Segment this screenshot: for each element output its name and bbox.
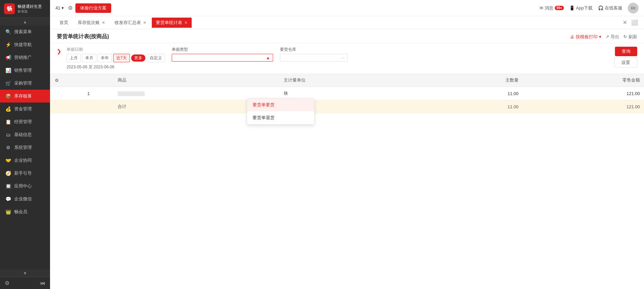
sidebar-item-member[interactable]: 👑 畅会员 [0,205,50,218]
sidebar-item-marketing[interactable]: 📢 营销推广 [0,51,50,64]
type-filter-input[interactable] [175,55,266,60]
trial-button[interactable]: 体验行业方案 [75,3,111,13]
sidebar-item-enterprise[interactable]: 🤝 企业协同 [0,154,50,167]
type-filter-input-wrap: ▲ [172,54,273,62]
sidebar-item-operation[interactable]: 📋 经营管理 [0,115,50,128]
dropdown-item-order-return[interactable]: 要货单退货 [247,111,314,124]
warehouse-filter-input[interactable] [283,55,341,60]
type-filter-group: 单据类型 ▲ [172,47,273,70]
product-placeholder-0 [118,91,145,96]
sidebar-item-inventory[interactable]: 📦 库存核算 [0,90,50,103]
print-button[interactable]: 🖨 按模板打印 ▾ [570,34,601,40]
sidebar-item-system[interactable]: ⚙ 系统管理 [0,141,50,154]
filter-settings-button[interactable]: 设置 [614,58,637,68]
tab-close-batch[interactable]: ✕ [102,20,105,25]
footer-amount: 121.00 [523,100,644,113]
sidebar-collapse-icon[interactable]: ⏮ [40,280,45,286]
data-table: ⚙ 商品 主计量单位 主数量 零售金额 1 块 11.00 121.00 [50,74,644,113]
td-qty-0: 11.00 [422,87,523,100]
type-filter-label: 单据类型 [172,47,273,52]
company-selector[interactable]: 41 ▾ [55,5,64,10]
logo-sub: 标准版 [18,9,42,14]
date-filter-label: 单据日期 [67,47,165,52]
sidebar-label-marketing: 营销推广 [14,54,32,61]
sidebar-icon-appstore: 🔲 [5,183,11,189]
export-label: 导出 [611,34,619,40]
date-last-month-btn[interactable]: 上月 [67,54,81,62]
export-button[interactable]: ↗ 导出 [605,34,619,40]
refresh-icon: ↻ [623,34,627,39]
dropdown-item-order-goods[interactable]: 要货单要货 [247,98,314,111]
date-custom-btn[interactable]: 自定义 [147,54,165,62]
sidebar-item-search[interactable]: 🔍 搜索菜单 [0,25,50,38]
tab-batch[interactable]: 库存批次账✕ [74,18,109,28]
sidebar-label-basic: 基础信息 [14,132,32,138]
sidebar-nav: 🔍 搜索菜单 ⚡ 快捷导航 📢 营销推广 📊 销售管理 🛒 采购管理 📦 库存核… [0,25,50,269]
settings-icon[interactable]: ⚙ [5,280,9,286]
sidebar-item-quicknav[interactable]: ⚡ 快捷导航 [0,38,50,51]
print-dropdown-icon: ▾ [599,34,601,39]
tab-close-all-icon[interactable]: ✕ [622,19,628,26]
tab-close-order-stats[interactable]: ✕ [184,20,188,25]
footer-qty: 11.00 [422,100,523,113]
sidebar-logo: 畅 畅捷通好生意 标准版 [0,0,50,18]
avatar[interactable]: Rit [628,3,639,14]
messages-button[interactable]: ✉ 消息 99+ [540,5,564,11]
sidebar-item-wechat[interactable]: 💬 企业微信 [0,193,50,205]
refresh-button[interactable]: ↻ 刷新 [623,34,637,40]
sidebar-item-basic[interactable]: 🗂 基础信息 [0,128,50,141]
table-row: 1 块 11.00 121.00 [50,87,644,100]
sidebar-label-quicknav: 快捷导航 [14,42,32,48]
app-label: App下载 [576,5,593,11]
topbar-settings-icon[interactable]: ⚙ [68,5,73,11]
date-this-year-btn[interactable]: 本年 [98,54,112,62]
sidebar-icon-search: 🔍 [5,29,11,35]
page-inner: 要货单统计表(按商品) 🖨 按模板打印 ▾ ↗ 导出 ↻ 刷新 [50,29,644,289]
warehouse-more-icon[interactable]: ··· [341,55,344,60]
footer-empty1 [50,100,64,113]
tab-collection[interactable]: 收发存汇总表✕ [111,18,150,28]
export-icon: ↗ [605,34,609,39]
sidebar-label-guide: 新手引导 [14,170,32,176]
tab-close-collection[interactable]: ✕ [143,20,146,25]
date-this-month-btn[interactable]: 本月 [82,54,96,62]
th-amount: 零售金额 [523,74,644,87]
print-label: 按模板打印 [576,34,598,40]
sidebar-item-appstore[interactable]: 🔲 应用中心 [0,180,50,193]
filter-expand-btn[interactable]: ❯ [57,48,61,54]
sidebar-item-guide[interactable]: 🧭 新手引导 [0,167,50,180]
sidebar-icon-enterprise: 🤝 [5,158,11,163]
sidebar-icon-system: ⚙ [5,145,11,150]
page-actions: 🖨 按模板打印 ▾ ↗ 导出 ↻ 刷新 [570,34,637,40]
td-settings-0 [50,87,64,100]
td-amount-0: 121.00 [523,87,644,100]
sidebar-icon-inventory: 📦 [5,93,11,99]
logo-text: 畅捷通好生意 [18,4,42,9]
tab-home[interactable]: 首页 [55,18,72,28]
app-download-button[interactable]: 📱 App下载 [569,5,593,11]
sidebar-icon-wechat: 💬 [5,196,11,202]
date-more-btn[interactable]: 更多 [131,54,145,62]
online-service-button[interactable]: 🎧 在线客服 [598,5,622,11]
sidebar-item-purchase[interactable]: 🛒 采购管理 [0,77,50,90]
sidebar-item-sales[interactable]: 📊 销售管理 [0,64,50,77]
table-header-row: ⚙ 商品 主计量单位 主数量 零售金额 [50,74,644,87]
filter-action-btns: 查询 设置 [614,47,637,68]
date-range-text: 2023-05-06 至 2023-06-06 [67,64,165,70]
tab-maximize-icon[interactable]: ⬜ [630,19,639,26]
sidebar-scroll-down[interactable]: ▼ [0,269,50,277]
tab-order-stats[interactable]: 要货单统计表✕ [152,18,192,28]
date-filter-group: 单据日期 上月 本月 本年 近7天 更多 自定义 2023-05-06 至 20… [67,47,165,70]
service-icon: 🎧 [598,5,603,10]
type-dropdown-up-icon[interactable]: ▲ [266,55,270,60]
th-settings[interactable]: ⚙ [50,74,64,87]
table-footer-row: 合计 11.00 121.00 [50,100,644,113]
sidebar-bottom: ⚙ ⏮ [0,277,50,289]
tab-label-collection: 收发存汇总表 [115,20,141,26]
query-button[interactable]: 查询 [615,47,637,56]
sidebar-scroll-up[interactable]: ▲ [0,18,50,25]
topbar-right: ✉ 消息 99+ 📱 App下载 🎧 在线客服 Rit [540,3,639,14]
filter-bar: ❯ 单据日期 上月 本月 本年 近7天 更多 自定义 2023-05 [50,43,644,74]
date-7days-btn[interactable]: 近7天 [113,54,130,62]
sidebar-item-finance[interactable]: 💰 资金管理 [0,103,50,115]
